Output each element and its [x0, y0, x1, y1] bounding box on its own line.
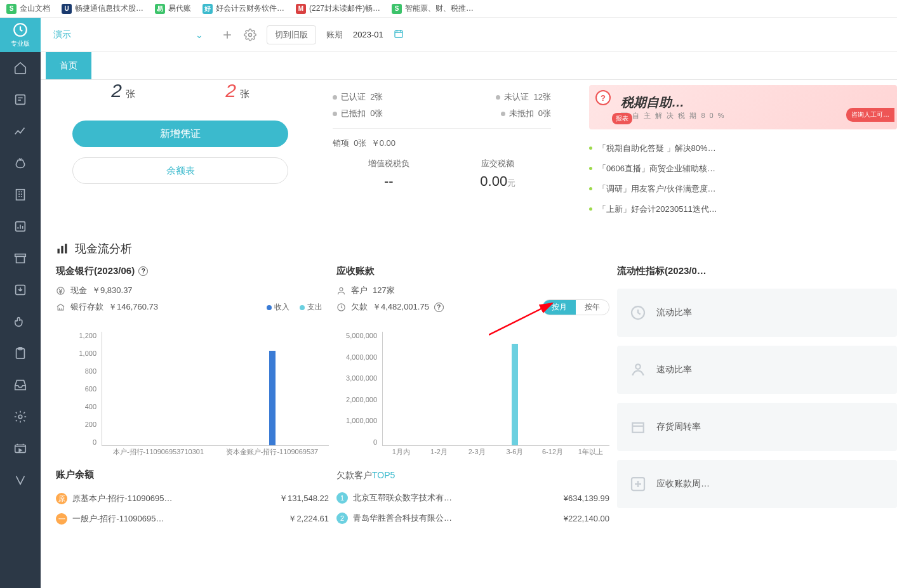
news-item[interactable]: 「上新」好会计20230511迭代… [589, 199, 897, 219]
top5-row[interactable]: 2青岛华胜普合科技有限公…¥222,140.00 [336, 508, 609, 528]
bank-icon [56, 303, 65, 312]
top-bar: 演示 ⌄ 切到旧版 账期 2023-01 [0, 18, 897, 52]
home-icon[interactable] [13, 61, 27, 75]
download-icon[interactable] [13, 283, 27, 297]
svg-rect-4 [17, 190, 25, 200]
debt-value: ￥4,482,001.75 [373, 301, 429, 313]
video-icon[interactable] [13, 441, 27, 455]
vat-burden-label: 增值税税负 [368, 158, 409, 169]
bookmark-item[interactable]: S金山文档 [6, 3, 50, 14]
company-selector[interactable]: 演示 ⌄ [46, 24, 211, 46]
toggle-year[interactable]: 按年 [576, 300, 609, 315]
calendar-icon[interactable] [394, 29, 404, 41]
tax-card: 已认证 2张未认证 12张已抵扣 0张未抵扣 0张 销项 0张 ￥0.00 增值… [315, 80, 569, 225]
app-logo[interactable]: 专业版 [0, 18, 41, 52]
news-item[interactable]: 「0606直播」商贸企业辅助核… [589, 159, 897, 179]
vat-burden-value: -- [368, 173, 409, 190]
hand-icon[interactable] [13, 315, 27, 329]
building-icon[interactable] [13, 188, 27, 202]
banner-consult-button[interactable]: 咨询人工可… [846, 108, 894, 122]
liquidity-tile[interactable]: 流动比率 [617, 289, 897, 337]
accounts-title: 账户余额 [56, 469, 94, 481]
svg-rect-22 [632, 423, 644, 433]
edition-label: 专业版 [11, 39, 30, 48]
main-content: 2张 2张 新增凭证 余额表 已认证 2张未认证 12张已抵扣 0张未抵扣 0张… [41, 80, 897, 529]
question-icon: ? [595, 90, 611, 105]
receivables-panel: 应收账款 客户 127家 欠款 ￥4,482,001.75 ? 按月 按年 5,… [336, 265, 609, 529]
voucher-count-left: 2 [111, 80, 122, 101]
customer-count: 127家 [373, 285, 395, 296]
v-icon[interactable] [13, 473, 27, 487]
top5-row[interactable]: 1北京互帮联众数字技术有…¥634,139.99 [336, 488, 609, 508]
voucher-icon[interactable] [13, 93, 27, 107]
help-icon[interactable]: ? [434, 303, 444, 312]
old-version-button[interactable]: 切到旧版 [267, 25, 316, 44]
toggle-month[interactable]: 按月 [543, 300, 576, 315]
gear-icon[interactable] [244, 29, 256, 41]
svg-rect-13 [58, 249, 60, 254]
period-toggle: 按月 按年 [542, 299, 609, 315]
balance-sheet-button[interactable]: 余额表 [72, 157, 288, 184]
svg-point-1 [249, 33, 252, 36]
clock-icon [336, 303, 346, 312]
report-icon[interactable] [13, 219, 27, 233]
bookmark-item[interactable]: U畅捷通信息技术股… [62, 3, 143, 14]
svg-rect-12 [15, 445, 26, 453]
cash-value: ￥9,830.37 [92, 285, 133, 296]
sidebar [0, 52, 41, 529]
user-icon [336, 286, 346, 296]
voucher-card: 2张 2张 新增凭证 余额表 [53, 80, 307, 225]
svg-rect-7 [17, 256, 25, 263]
bookmark-item[interactable]: M(227封未读邮件)畅… [296, 3, 380, 14]
news-list: 「税期自助化答疑 」解决80%…「0606直播」商贸企业辅助核…「调研」用友客户… [589, 138, 897, 219]
bookmark-item[interactable]: 易易代账 [155, 3, 191, 14]
liquidity-tile[interactable]: 存货周转率 [617, 403, 897, 451]
plus-icon[interactable] [221, 29, 234, 41]
bookmark-item[interactable]: S智能票、财、税推… [392, 3, 474, 14]
news-item[interactable]: 「调研」用友客户/伙伴满意度… [589, 179, 897, 199]
news-banner[interactable]: ? 税期自助… 可 自 主 解 决 税 期 8 0 % 报表 咨询人工可… [589, 85, 897, 129]
period-label: 账期 [326, 29, 343, 41]
receivables-chart: 5,000,0004,000,0003,000,0002,000,0001,00… [336, 332, 609, 459]
news-item[interactable]: 「税期自助化答疑 」解决80%… [589, 138, 897, 159]
money-bag-icon[interactable] [13, 156, 27, 170]
svg-point-21 [635, 364, 641, 369]
yen-icon [56, 286, 65, 296]
tab-home[interactable]: 首页 [46, 52, 91, 79]
bank-value: ￥146,760.73 [109, 301, 158, 313]
account-row[interactable]: 原原基本户-招行-11090695…￥131,548.22 [56, 488, 329, 509]
help-icon[interactable]: ? [138, 266, 148, 276]
clipboard-icon[interactable] [13, 346, 27, 360]
liquidity-panel: 流动性指标(2023/0… 流动比率速动比率存货周转率应收账款周… [617, 265, 897, 529]
liquidity-tile[interactable]: 应收账款周… [617, 460, 897, 508]
cash-bank-title: 现金银行(2023/06) [56, 265, 135, 277]
bookmarks-bar: S金山文档U畅捷通信息技术股…易易代账好好会计云财务软件…M(227封未读邮件)… [0, 0, 897, 18]
banner-badge: 报表 [612, 113, 632, 124]
company-name: 演示 [53, 29, 71, 41]
cash-bank-panel: 现金银行(2023/06) ? 现金 ￥9,830.37 银行存款 ￥146,7… [56, 265, 329, 529]
svg-rect-15 [65, 244, 67, 254]
news-card: ? 税期自助… 可 自 主 解 决 税 期 8 0 % 报表 咨询人工可… 「税… [576, 80, 897, 225]
tab-bar: 首页 [0, 52, 897, 80]
svg-point-17 [340, 287, 343, 291]
cashflow-title: 现金流分析 [75, 241, 132, 256]
liquidity-title: 流动性指标(2023/0… [617, 265, 707, 277]
archive-icon[interactable] [13, 251, 27, 265]
settings-icon[interactable] [13, 410, 27, 424]
cash-chart: 1,2001,0008006004002000 本户-招行-1109069537… [56, 332, 329, 459]
cashflow-section-header: 现金流分析 [41, 225, 897, 265]
tax-payable-value: 0.00 [480, 173, 507, 189]
svg-rect-14 [61, 246, 63, 254]
liquidity-tile[interactable]: 速动比率 [617, 346, 897, 394]
svg-point-11 [18, 415, 22, 419]
chart-icon[interactable] [13, 124, 27, 138]
chevron-down-icon: ⌄ [196, 30, 203, 40]
bookmark-item[interactable]: 好好会计云财务软件… [203, 3, 284, 14]
new-voucher-button[interactable]: 新增凭证 [72, 121, 288, 147]
tax-payable-label: 应交税额 [480, 158, 515, 169]
account-row[interactable]: 一一般户-招行-11090695…￥2,224.61 [56, 509, 329, 529]
inbox-icon[interactable] [13, 378, 27, 392]
tax-row: 已抵扣 0张未抵扣 0张 [333, 108, 551, 119]
period-value: 2023-01 [353, 30, 383, 39]
receivables-title: 应收账款 [336, 265, 375, 277]
